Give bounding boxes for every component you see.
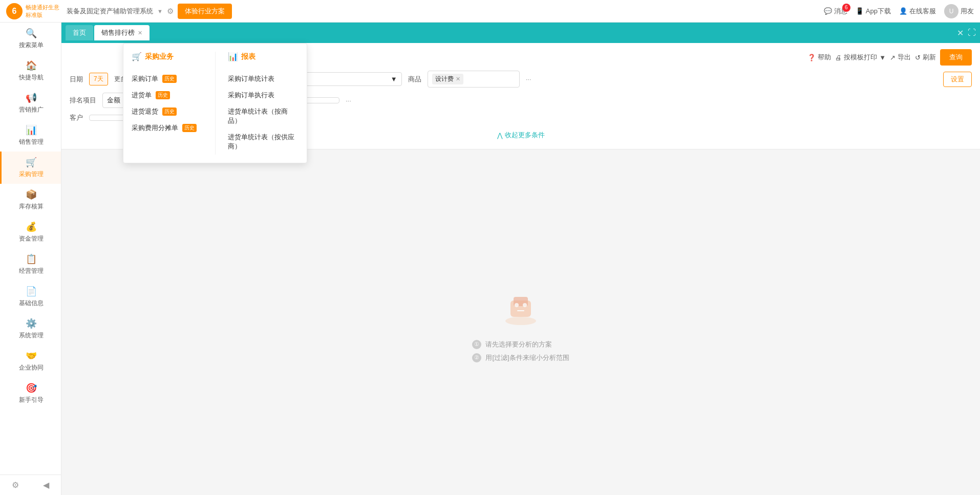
sidebar: 🔍 搜索菜单 🏠 快捷导航 📢 营销推广 📊 销售管理 🛒 采购管理 📦 — [0, 23, 61, 495]
print-dropdown-icon: ▼ — [879, 54, 886, 61]
goods-tag-remove-btn[interactable]: ✕ — [456, 76, 460, 82]
menu-col-report: 📊 报表 采购订单统计表 采购订单执行表 进货单统计表（按商品） 进货单统计表（… — [228, 52, 299, 155]
tip-num-2: ② — [472, 353, 481, 362]
main-area: 🔍 搜索菜单 🏠 快捷导航 📢 营销推广 📊 销售管理 🛒 采购管理 📦 — [0, 23, 980, 495]
tab-home[interactable]: 首页 — [66, 25, 93, 40]
tab-bar: 首页 销售排行榜 ✕ ✕ ⛶ — [61, 23, 980, 43]
menu-item-po-stats[interactable]: 采购订单统计表 — [228, 71, 299, 87]
tab-fullscreen-icon[interactable]: ⛶ — [968, 28, 976, 37]
svg-point-3 — [515, 303, 519, 307]
logo: 6 畅捷通好生意 标准版 — [6, 3, 62, 19]
menu-col-purchase: 🛒 采购业务 采购订单 历史 进货单 历史 进货退货 历史 — [132, 52, 203, 155]
settings-icon[interactable]: ⚙ — [167, 7, 174, 16]
sidebar-item-cooperation[interactable]: 🤝 企业协同 — [0, 345, 61, 377]
sidebar-item-system[interactable]: ⚙️ 系统管理 — [0, 313, 61, 345]
sidebar-item-search[interactable]: 🔍 搜索菜单 — [0, 23, 61, 55]
menu-item-inbound-return[interactable]: 进货退货 历史 — [132, 103, 203, 120]
phone-icon: 📱 — [856, 7, 864, 15]
export-btn[interactable]: ↗ 导出 — [890, 53, 911, 62]
messages-btn[interactable]: 💬 消息 6 — [824, 7, 847, 16]
query-btn[interactable]: 查询 — [940, 49, 972, 66]
system-icon: ⚙️ — [26, 318, 37, 329]
operations-icon: 📋 — [26, 253, 37, 265]
sidebar-item-quick-nav[interactable]: 🏠 快捷导航 — [0, 55, 61, 87]
top-bar: 6 畅捷通好生意 标准版 装备及固定资产辅助管理系统 ▼ ⚙ 体验行业方案 💬 … — [0, 0, 980, 23]
sidebar-item-purchase[interactable]: 🛒 采购管理 — [0, 152, 61, 184]
tab-close-icon[interactable]: ✕ — [138, 30, 142, 36]
online-service-btn[interactable]: 👤 在线客服 — [899, 7, 936, 16]
svg-point-4 — [523, 303, 527, 307]
sidebar-item-marketing[interactable]: 📢 营销推广 — [0, 87, 61, 119]
inbound-badge: 历史 — [156, 91, 170, 99]
sidebar-collapse-btn[interactable]: ◀ — [43, 480, 49, 490]
purchase-dropdown-menu: 🛒 采购业务 采购订单 历史 进货单 历史 进货退货 历史 — [123, 43, 307, 163]
help-icon: ❓ — [807, 54, 816, 61]
date-opt-7days[interactable]: 7天 — [89, 73, 108, 85]
sidebar-item-inventory[interactable]: 📦 库存核算 — [0, 184, 61, 216]
print-btn[interactable]: 🖨 按模板打印 ▼ — [835, 53, 886, 62]
print-icon: 🖨 — [835, 54, 842, 61]
tab-sales-rank[interactable]: 销售排行榜 ✕ — [94, 25, 150, 40]
finance-icon: 💰 — [26, 221, 37, 232]
menu-item-inbound[interactable]: 进货单 历史 — [132, 87, 203, 103]
menu-divider — [215, 52, 216, 155]
tab-close-window-icon[interactable]: ✕ — [957, 28, 964, 38]
sidebar-item-sales[interactable]: 📊 销售管理 — [0, 119, 61, 152]
user-menu[interactable]: U 用友 — [944, 4, 974, 18]
messages-badge: 6 — [842, 4, 850, 12]
industry-btn[interactable]: 体验行业方案 — [178, 4, 232, 19]
menu-item-purchase-order[interactable]: 采购订单 历史 — [132, 71, 203, 87]
goods-more-btn[interactable]: ··· — [526, 75, 531, 83]
sidebar-item-guide[interactable]: 🎯 新手引导 — [0, 377, 61, 410]
tip-num-1: ① — [472, 340, 481, 349]
home-icon: 🏠 — [26, 60, 37, 71]
empty-tip-1: ① 请先选择要分析的方案 — [472, 340, 569, 349]
menu-item-inbound-by-goods[interactable]: 进货单统计表（按商品） — [228, 103, 299, 129]
avatar: U — [944, 4, 958, 18]
date-label: 日期 — [70, 75, 83, 84]
menu-item-po-exec[interactable]: 采购订单执行表 — [228, 87, 299, 103]
menu-item-inbound-by-supplier[interactable]: 进货单统计表（按供应商） — [228, 129, 299, 155]
top-bar-title: 装备及固定资产辅助管理系统 ▼ ⚙ 体验行业方案 — [67, 4, 824, 19]
refresh-icon: ↺ — [915, 54, 921, 61]
order-status-dropdown-icon: ▼ — [391, 75, 397, 83]
svg-point-0 — [505, 317, 536, 325]
app-download-btn[interactable]: 📱 App下载 — [856, 7, 891, 16]
search-icon: 🔍 — [26, 28, 37, 39]
help-btn[interactable]: ❓ 帮助 — [807, 53, 831, 62]
empty-tips: ① 请先选择要分析的方案 ② 用[过滤]条件来缩小分析范围 — [472, 340, 569, 362]
top-bar-right: 💬 消息 6 📱 App下载 👤 在线客服 U 用友 — [824, 4, 974, 18]
cooperation-icon: 🤝 — [26, 350, 37, 361]
basic-info-icon: 📄 — [26, 286, 37, 297]
sidebar-bottom: ⚙ ◀ — [0, 475, 61, 495]
refresh-btn[interactable]: ↺ 刷新 — [915, 53, 936, 62]
content-area: 首页 销售排行榜 ✕ ✕ ⛶ ❓ 帮助 — [61, 23, 980, 495]
goods-tag: 设计费 ✕ — [432, 74, 463, 84]
inbound-return-badge: 历史 — [162, 107, 177, 116]
settings-btn[interactable]: 设置 — [943, 72, 972, 87]
empty-illustration — [495, 283, 546, 334]
collapse-icon: ⋀ — [497, 132, 503, 139]
empty-tip-2: ② 用[过滤]条件来缩小分析范围 — [472, 353, 569, 362]
order-status-select[interactable]: ▼ — [300, 72, 402, 86]
purchase-expense-badge: 历史 — [182, 124, 197, 132]
title-dropdown-icon[interactable]: ▼ — [157, 8, 163, 14]
system-title: 装备及固定资产辅助管理系统 — [67, 7, 153, 16]
empty-state: ① 请先选择要分析的方案 ② 用[过滤]条件来缩小分析范围 — [61, 149, 980, 495]
sidebar-item-basic-info[interactable]: 📄 基础信息 — [0, 281, 61, 313]
toolbar-actions: ❓ 帮助 🖨 按模板打印 ▼ ↗ 导出 ↺ — [807, 49, 972, 66]
customer-label: 客户 — [70, 113, 83, 122]
purchase-icon: 🛒 — [26, 157, 37, 168]
message-icon: 💬 — [824, 7, 832, 15]
goods-label: 商品 — [408, 75, 421, 84]
menu-item-purchase-expense[interactable]: 采购费用分摊单 历史 — [132, 120, 203, 136]
export-icon: ↗ — [890, 54, 896, 61]
inventory-icon: 📦 — [26, 189, 37, 200]
menu-col-report-title: 📊 报表 — [228, 52, 299, 64]
goods-select[interactable]: 设计费 ✕ — [428, 71, 520, 88]
sidebar-item-finance[interactable]: 💰 资金管理 — [0, 216, 61, 248]
sidebar-settings-btn[interactable]: ⚙ — [12, 480, 19, 490]
sidebar-item-operations[interactable]: 📋 经营管理 — [0, 248, 61, 281]
salesperson-more-btn[interactable]: ··· — [346, 97, 351, 104]
app-container: 6 畅捷通好生意 标准版 装备及固定资产辅助管理系统 ▼ ⚙ 体验行业方案 💬 … — [0, 0, 980, 495]
